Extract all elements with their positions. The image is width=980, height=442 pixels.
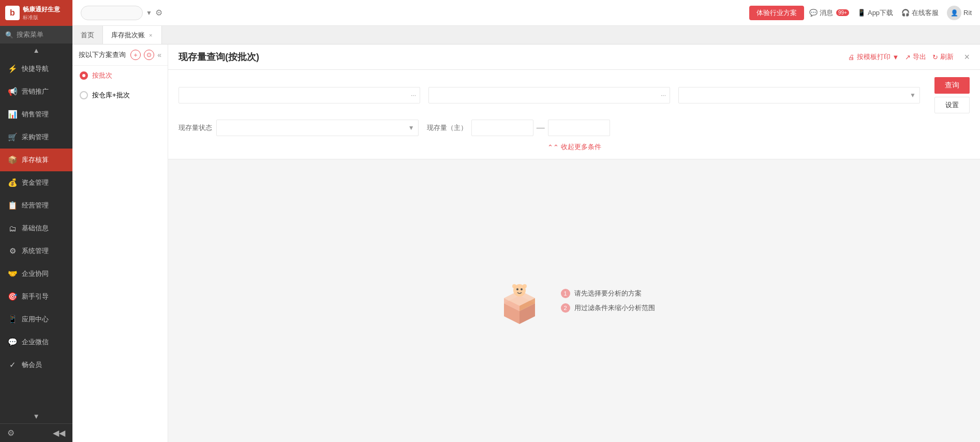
topbar-search-input[interactable] xyxy=(81,6,143,20)
headset-icon: 🎧 xyxy=(901,9,910,17)
sidebar-item-label: 企业协同 xyxy=(22,269,49,278)
sidebar-item-label: 应用中心 xyxy=(22,315,49,324)
scheme-item-by-batch[interactable]: 按批次 xyxy=(72,66,168,85)
collapse-more-conditions[interactable]: ⌃⌃ 收起更多条件 xyxy=(179,142,970,152)
online-service-label: 在线客服 xyxy=(912,8,939,18)
left-panel-actions: ＋ ⊙ « xyxy=(130,50,161,60)
status-select-wrapper: ▼ xyxy=(678,87,920,104)
sidebar-item-label: 库存核算 xyxy=(22,155,49,165)
export-icon: ↗ xyxy=(905,53,911,61)
collapse-panel-icon[interactable]: « xyxy=(157,51,161,59)
filter-stock-status: 现存量状态 ▼ xyxy=(179,120,419,136)
scheme-settings-icon[interactable]: ⊙ xyxy=(144,50,154,60)
filter-row-1: ··· ··· xyxy=(179,77,970,113)
sidebar-footer: ⚙ ◀◀ xyxy=(0,423,72,442)
avatar[interactable]: 👤 xyxy=(947,6,961,20)
enterprise-icon: 🤝 xyxy=(7,269,18,279)
add-scheme-icon[interactable]: ＋ xyxy=(130,50,141,60)
export-btn[interactable]: ↗ 导出 xyxy=(905,52,926,62)
refresh-btn[interactable]: ↻ 刷新 xyxy=(932,52,954,62)
filter-row-2: 现存量状态 ▼ 现存量（主） — xyxy=(179,120,970,136)
trial-btn[interactable]: 体验行业方案 xyxy=(749,6,804,20)
sidebar-item-basic[interactable]: 🗂 基础信息 xyxy=(0,217,72,240)
sidebar-item-inventory[interactable]: 📦 库存核算 xyxy=(0,149,72,171)
settings-icon[interactable]: ⚙ xyxy=(7,428,14,438)
tab-close-icon[interactable]: × xyxy=(148,32,153,38)
basic-icon: 🗂 xyxy=(7,223,18,233)
sidebar-scroll-down-btn[interactable]: ▼ xyxy=(0,409,72,423)
sidebar-item-sales[interactable]: 📊 销售管理 xyxy=(0,103,72,126)
sidebar-item-marketing[interactable]: 📢 营销推广 xyxy=(0,80,72,103)
sidebar-item-newbie[interactable]: 🎯 新手引导 xyxy=(0,285,72,308)
tip-item-1: 1 请先选择要分析的方案 xyxy=(561,289,655,298)
product-input-wrapper: ··· xyxy=(428,87,670,104)
tab-home-label: 首页 xyxy=(81,31,94,40)
sidebar-item-label: 系统管理 xyxy=(22,246,49,256)
sidebar-item-finance[interactable]: 💰 资金管理 xyxy=(0,171,72,194)
product-input[interactable] xyxy=(428,87,670,104)
sidebar-item-operations[interactable]: 📋 经营管理 xyxy=(0,194,72,217)
stock-amount-min-input[interactable] xyxy=(471,120,533,136)
phone-icon: 📱 xyxy=(857,9,866,17)
page-header-actions: 🖨 按模板打印 ▼ ↗ 导出 ↻ 刷新 xyxy=(848,52,954,62)
empty-tips: 1 请先选择要分析的方案 2 用过滤条件来缩小分析范围 xyxy=(561,289,655,313)
query-btn[interactable]: 查询 xyxy=(934,77,970,94)
sidebar-search-item[interactable]: 🔍 搜索菜单 xyxy=(0,26,72,43)
filter-warehouse: ··· xyxy=(179,87,420,104)
print-btn[interactable]: 🖨 按模板打印 ▼ xyxy=(848,52,899,62)
online-service-group[interactable]: 🎧 在线客服 xyxy=(901,8,939,18)
sidebar-item-enterprise[interactable]: 🤝 企业协同 xyxy=(0,262,72,285)
svg-point-8 xyxy=(521,288,523,290)
sidebar-item-member[interactable]: ✓ 畅会员 xyxy=(0,353,72,376)
sidebar-item-purchase[interactable]: 🛒 采购管理 xyxy=(0,126,72,149)
print-dropdown-icon[interactable]: ▼ xyxy=(893,53,899,61)
svg-point-9 xyxy=(512,284,516,288)
app-download-group[interactable]: 📱 App下载 xyxy=(857,8,893,18)
right-content: 现存量查询(按批次) 🖨 按模板打印 ▼ ↗ 导出 xyxy=(168,45,980,442)
sidebar-scroll-up-btn[interactable]: ▲ xyxy=(0,43,72,57)
svg-point-10 xyxy=(523,284,527,288)
stock-status-select-wrapper: ▼ xyxy=(216,120,419,136)
page-title-row: 现存量查询(按批次) 🖨 按模板打印 ▼ ↗ 导出 xyxy=(179,51,970,63)
left-panel-title: 按以下方案查询 xyxy=(79,50,126,60)
stock-status-select[interactable] xyxy=(216,120,419,136)
user-name: Rit xyxy=(963,9,972,17)
left-panel-header: 按以下方案查询 ＋ ⊙ « xyxy=(72,45,168,66)
warehouse-input[interactable] xyxy=(179,87,420,104)
product-more-icon[interactable]: ··· xyxy=(661,92,666,99)
app-download-label: App下载 xyxy=(868,8,893,18)
tip-number-1: 1 xyxy=(561,289,570,298)
stock-status-label: 现存量状态 xyxy=(179,123,212,132)
empty-state: 1 请先选择要分析的方案 2 用过滤条件来缩小分析范围 xyxy=(494,275,655,327)
sidebar-item-label: 畅会员 xyxy=(22,360,42,370)
sidebar-item-quick-nav[interactable]: ⚡ 快捷导航 xyxy=(0,57,72,80)
print-icon: 🖨 xyxy=(848,53,855,61)
topbar-settings-icon[interactable]: ⚙ xyxy=(155,8,162,18)
inventory-icon: 📦 xyxy=(7,155,18,165)
status-select[interactable] xyxy=(678,87,920,104)
sidebar-item-label: 企业微信 xyxy=(22,337,49,347)
stock-amount-max-input[interactable] xyxy=(548,120,610,136)
sidebar-item-wechat[interactable]: 💬 企业微信 xyxy=(0,331,72,353)
tip-number-2: 2 xyxy=(561,303,570,313)
filter-settings-btn[interactable]: 设置 xyxy=(934,97,970,113)
user-group[interactable]: 👤 Rit xyxy=(947,6,972,20)
scheme-item-by-warehouse-batch[interactable]: 按仓库+批次 xyxy=(72,85,168,105)
sidebar-item-label: 采购管理 xyxy=(22,132,49,142)
collapse-sidebar-icon[interactable]: ◀◀ xyxy=(53,428,65,438)
page-close-btn[interactable]: × xyxy=(964,52,970,63)
tab-inventory-batch[interactable]: 库存批次账 × xyxy=(103,26,162,44)
operations-icon: 📋 xyxy=(7,200,18,211)
topbar: ▼ ⚙ 体验行业方案 💬 消息 99+ 📱 App下载 🎧 在线客服 👤 xyxy=(72,0,980,26)
warehouse-more-icon[interactable]: ··· xyxy=(411,92,416,99)
app-logo: b xyxy=(5,6,20,20)
sidebar-item-apps[interactable]: 📱 应用中心 xyxy=(0,308,72,331)
sidebar-item-label: 新手引导 xyxy=(22,292,49,301)
messages-group[interactable]: 💬 消息 99+ xyxy=(809,8,849,18)
tab-active-label: 库存批次账 xyxy=(111,31,145,40)
company-name: 畅康通好生意 xyxy=(23,5,60,14)
sidebar-item-system[interactable]: ⚙ 系统管理 xyxy=(0,240,72,262)
page-title: 现存量查询(按批次) xyxy=(179,51,259,63)
topbar-dropdown-icon[interactable]: ▼ xyxy=(146,9,152,17)
tab-home[interactable]: 首页 xyxy=(72,26,103,44)
